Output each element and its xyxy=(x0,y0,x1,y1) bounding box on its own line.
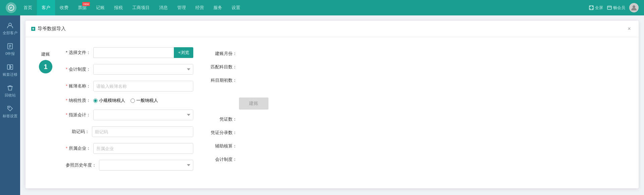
user-icon xyxy=(6,21,14,29)
nav-item-operation[interactable]: 经营 xyxy=(191,0,209,15)
sidebar-item-all-customers[interactable]: 全部客户 xyxy=(0,19,20,38)
new-badge: new xyxy=(82,2,90,6)
tax-type-row: 纳税性质： 小规模纳税人 一般纳税人 xyxy=(66,97,193,104)
sidebar-item-tag[interactable]: 标签设置 xyxy=(0,102,20,121)
info-month-label: 建账月份： xyxy=(207,51,237,57)
migrate-icon xyxy=(6,63,14,71)
info-accounting-row: 会计制度： xyxy=(207,156,301,162)
nav-menu: 首页 客户 收费 票据 new 记账 报税 工商项目 消息 管理 经营 服务 设… xyxy=(19,0,589,15)
info-aux-label: 辅助核算： xyxy=(207,143,237,149)
nav-item-home[interactable]: 首页 xyxy=(19,0,37,15)
tag-icon xyxy=(6,105,14,113)
radio-small-input[interactable] xyxy=(93,99,98,103)
history-label: 参照历史年度： xyxy=(66,162,96,168)
step-section: 建账 1 xyxy=(39,47,52,177)
fullscreen-btn[interactable]: 全屏 xyxy=(589,5,603,11)
nav-item-service[interactable]: 服务 xyxy=(209,0,227,15)
file-input[interactable] xyxy=(93,47,174,58)
sidebar-item-zero-report[interactable]: 0申报 xyxy=(0,40,20,59)
accountant-row: 指派会计： xyxy=(66,110,193,120)
dialog-title: 导爷数据导入 xyxy=(31,26,66,32)
company-label: 所属企业： xyxy=(66,145,91,151)
info-match-label: 匹配科目数： xyxy=(207,64,237,70)
step-circle: 1 xyxy=(39,60,52,73)
nav-item-business[interactable]: 工商项目 xyxy=(128,0,154,15)
ledger-name-row: 账簿名称： xyxy=(66,81,193,91)
info-voucher-entries-row: 凭证分录数： xyxy=(207,130,301,136)
history-select[interactable] xyxy=(99,160,193,171)
accounting-system-row: 会计制度： xyxy=(66,64,193,75)
sidebar-item-migrate[interactable]: 账套迁移 xyxy=(0,60,20,80)
tax-type-label: 纳税性质： xyxy=(66,97,91,104)
nav-item-manage[interactable]: 管理 xyxy=(172,0,191,15)
dialog-body: 建账 1 * 选择文件： +浏览 xyxy=(26,37,639,187)
file-row: * 选择文件： +浏览 xyxy=(66,47,193,58)
logo[interactable] xyxy=(3,0,19,15)
info-section: 建账月份： 匹配科目数： 科目期初数： 建账 xyxy=(207,47,301,177)
svg-rect-5 xyxy=(7,65,10,69)
accountant-label: 指派会计： xyxy=(66,112,91,118)
nav-item-tax[interactable]: 报税 xyxy=(109,0,128,15)
info-voucher-entries-label: 凭证分录数： xyxy=(207,130,237,136)
svg-point-7 xyxy=(9,107,9,108)
browse-button[interactable]: +浏览 xyxy=(174,47,193,58)
step-label: 建账 xyxy=(41,47,50,57)
accounting-system-label: 会计制度： xyxy=(66,66,91,72)
report-icon xyxy=(6,42,14,50)
memo-row: 助记码： xyxy=(66,126,193,137)
svg-rect-1 xyxy=(607,6,611,9)
memo-label: 助记码： xyxy=(66,129,89,135)
nav-item-fee[interactable]: 收费 xyxy=(55,0,73,15)
build-account-button[interactable]: 建账 xyxy=(239,97,268,110)
accounting-system-select[interactable] xyxy=(93,64,193,75)
memo-input[interactable] xyxy=(92,126,193,137)
import-icon xyxy=(31,26,36,31)
form-section: * 选择文件： +浏览 会计制度： 账簿名称： xyxy=(66,47,193,177)
info-period-row: 科目期初数： xyxy=(207,77,301,83)
nav-item-settings[interactable]: 设置 xyxy=(227,0,245,15)
info-voucher-row: 凭证数： xyxy=(207,116,301,122)
radio-small-tax[interactable]: 小规模纳税人 xyxy=(93,97,125,104)
nav-item-invoice[interactable]: 票据 new xyxy=(73,0,91,15)
radio-general-input[interactable] xyxy=(131,99,135,103)
info-voucher-label: 凭证数： xyxy=(207,116,237,122)
info-period-label: 科目期初数： xyxy=(207,77,237,83)
content-area: 导爷数据导入 × 建账 1 * 选择文件： xyxy=(20,15,644,195)
nav-item-customer[interactable]: 客户 xyxy=(37,0,55,15)
radio-general-tax[interactable]: 一般纳税人 xyxy=(131,97,158,104)
info-aux-row: 辅助核算： xyxy=(207,143,301,149)
tax-type-radio-group: 小规模纳税人 一般纳税人 xyxy=(93,97,158,104)
sidebar: 全部客户 0申报 账套迁移 xyxy=(0,15,20,195)
nav-item-bookkeeping[interactable]: 记账 xyxy=(91,0,109,15)
sidebar-item-trash[interactable]: 回收站 xyxy=(0,81,20,101)
info-match-row: 匹配科目数： xyxy=(207,64,301,70)
ledger-name-label: 账簿名称： xyxy=(66,83,91,89)
accountant-select[interactable] xyxy=(93,110,193,120)
nav-item-message[interactable]: 消息 xyxy=(154,0,172,15)
ledger-name-input[interactable] xyxy=(93,81,193,91)
avatar[interactable] xyxy=(629,3,639,12)
info-month-row: 建账月份： xyxy=(207,51,301,57)
main-layout: 全部客户 0申报 账套迁移 xyxy=(0,15,644,195)
top-nav: 首页 客户 收费 票据 new 记账 报税 工商项目 消息 管理 经营 服务 设… xyxy=(0,0,644,15)
company-row: 所属企业： xyxy=(66,143,193,154)
file-label: * 选择文件： xyxy=(66,50,91,56)
file-input-wrapper: +浏览 xyxy=(93,47,193,58)
trash-icon xyxy=(6,84,14,92)
svg-rect-0 xyxy=(589,6,593,10)
svg-point-2 xyxy=(633,5,635,8)
dialog: 导爷数据导入 × 建账 1 * 选择文件： xyxy=(26,21,639,188)
history-row: 参照历史年度： xyxy=(66,160,193,171)
dialog-header: 导爷数据导入 × xyxy=(26,21,639,37)
nav-right: 全屏 畅会员 xyxy=(589,3,644,12)
premium-btn[interactable]: 畅会员 xyxy=(607,5,625,11)
info-accounting-label: 会计制度： xyxy=(207,156,237,162)
company-input[interactable] xyxy=(93,143,193,154)
close-button[interactable]: × xyxy=(625,25,633,33)
